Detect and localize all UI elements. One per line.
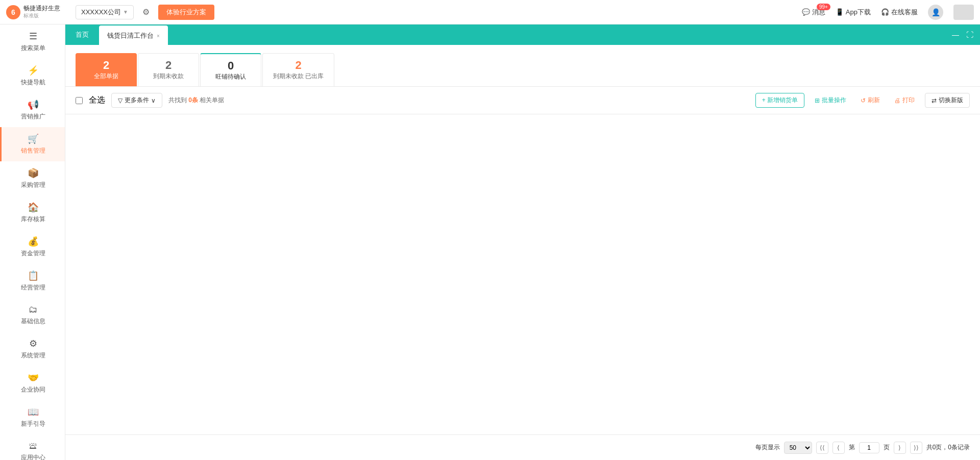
trial-button[interactable]: 体验行业方案: [158, 5, 214, 20]
sidebar-item-basic-info[interactable]: 🗂 基础信息: [0, 298, 65, 332]
batch-button[interactable]: ⊞ 批量操作: [811, 93, 850, 107]
batch-label: 批量操作: [822, 96, 846, 105]
tab-maximize-button[interactable]: ⛶: [964, 29, 976, 41]
sidebar-item-label: 新手引导: [21, 420, 45, 428]
stats-tab-all[interactable]: 2 全部单据: [76, 53, 137, 86]
company-selector[interactable]: XXXXXX公司 ▼: [76, 5, 134, 19]
tab-close-icon[interactable]: ×: [157, 33, 160, 39]
tab-home[interactable]: 首页: [65, 25, 99, 45]
app-download-button[interactable]: 📱 App下载: [836, 8, 871, 17]
sidebar-item-search-menu[interactable]: ☰ 搜索菜单: [0, 25, 65, 59]
tab-minimize-button[interactable]: —: [949, 29, 962, 41]
top-header: 6 畅捷通好生意 标准版 XXXXXX公司 ▼ ⚙ 体验行业方案 💬 消息 99…: [0, 0, 980, 25]
found-suffix: 相关单据: [200, 96, 224, 104]
sidebar-item-label: 快捷导航: [21, 78, 45, 87]
settings-button[interactable]: ⚙: [138, 4, 154, 20]
stats-pending-num: 0: [211, 59, 251, 72]
logo-icon: 6: [6, 5, 20, 19]
main-layout: ☰ 搜索菜单 ⚡ 快捷导航 📢 营销推广 🛒 销售管理 📦 采购管理 🏠 库存核…: [0, 25, 980, 460]
stats-shipped-label: 到期未收款 已出库: [273, 72, 324, 80]
sidebar-item-purchase[interactable]: 📦 采购管理: [0, 161, 65, 196]
sidebar: ☰ 搜索菜单 ⚡ 快捷导航 📢 营销推广 🛒 销售管理 📦 采购管理 🏠 库存核…: [0, 25, 65, 460]
page-size-select[interactable]: 50 10 20 100: [784, 442, 812, 454]
stats-tab-pending[interactable]: 0 旺铺待确认: [200, 53, 261, 86]
stats-all-label: 全部单据: [94, 72, 118, 80]
tab-bar: 首页 钱货日清工作台 × — ⛶: [65, 25, 980, 45]
enterprise-icon: 🤝: [28, 372, 39, 383]
stats-shipped-num: 2: [273, 59, 324, 72]
tab-actions: — ⛶: [949, 29, 980, 41]
sidebar-item-sales[interactable]: 🛒 销售管理: [0, 127, 65, 161]
found-text: 共找到 0条 相关单据: [168, 96, 224, 105]
sidebar-item-system[interactable]: ⚙ 系统管理: [0, 332, 65, 366]
sidebar-item-label: 基础信息: [21, 317, 45, 326]
purchase-icon: 📦: [28, 167, 39, 179]
batch-icon: ⊞: [815, 97, 820, 104]
search-menu-icon: ☰: [29, 31, 37, 42]
tab-label: 钱货日清工作台: [107, 31, 154, 40]
sidebar-item-label: 采购管理: [21, 181, 45, 189]
page-prev-button[interactable]: ⟨: [832, 442, 845, 454]
sidebar-item-label: 应用中心: [21, 453, 45, 460]
sidebar-item-inventory[interactable]: 🏠 库存核算: [0, 196, 65, 230]
page-next-button[interactable]: ⟩: [894, 442, 906, 454]
sidebar-item-finance[interactable]: 💰 资金管理: [0, 230, 65, 264]
message-button[interactable]: 💬 消息 99+: [802, 8, 825, 17]
new-sales-button[interactable]: + 新增销货单: [755, 93, 804, 108]
download-icon: 📱: [836, 8, 844, 16]
select-all-checkbox[interactable]: [76, 97, 83, 104]
sidebar-item-operations[interactable]: 📋 经营管理: [0, 264, 65, 298]
filter-chevron-icon: ∨: [151, 97, 156, 104]
tab-active[interactable]: 钱货日清工作台 ×: [99, 26, 168, 46]
content-area: 首页 钱货日清工作台 × — ⛶ 2 全部单据 2: [65, 25, 980, 460]
refresh-button[interactable]: ↺ 刷新: [856, 93, 884, 107]
stats-overdue-num: 2: [149, 59, 188, 72]
stats-overdue-label: 到期未收款: [153, 72, 184, 80]
sidebar-item-app-center[interactable]: 🛎 应用中心: [0, 434, 65, 460]
sidebar-item-label: 搜索菜单: [21, 44, 45, 53]
page-number-input[interactable]: [859, 442, 879, 453]
online-service-button[interactable]: 🎧 在线客服: [881, 8, 918, 17]
basic-info-icon: 🗂: [29, 304, 38, 315]
page-last-button[interactable]: ⟩⟩: [910, 442, 922, 454]
sales-icon: 🛒: [28, 133, 39, 144]
filter-label: 更多条件: [125, 96, 149, 105]
sidebar-item-label: 资金管理: [21, 249, 45, 258]
app-download-label: App下载: [846, 8, 871, 17]
guide-icon: 📖: [28, 406, 39, 418]
finance-icon: 💰: [28, 236, 39, 247]
stats-tabs: 2 全部单据 2 到期未收款 0 旺铺待确认 2 到期未收款 已出库: [76, 53, 970, 86]
message-badge: 99+: [817, 4, 830, 10]
app-center-icon: 🛎: [29, 441, 38, 451]
avatar[interactable]: 👤: [928, 5, 943, 20]
sidebar-item-label: 经营管理: [21, 283, 45, 292]
sidebar-item-marketing[interactable]: 📢 营销推广: [0, 93, 65, 127]
toolbar-right: + 新增销货单 ⊞ 批量操作 ↺ 刷新 🖨 打印 ⇄: [755, 93, 970, 108]
quick-nav-icon: ⚡: [28, 65, 39, 76]
stats-tab-overdue[interactable]: 2 到期未收款: [138, 53, 199, 86]
print-button[interactable]: 🖨 打印: [890, 93, 919, 107]
filter-icon: ▽: [118, 97, 122, 104]
sidebar-item-quick-nav[interactable]: ⚡ 快捷导航: [0, 59, 65, 93]
select-all-label: 全选: [89, 95, 105, 106]
toolbar-left: 全选 ▽ 更多条件 ∨ 共找到 0条 相关单据: [76, 93, 749, 108]
message-icon: 💬: [802, 8, 810, 16]
stats-tab-shipped[interactable]: 2 到期未收款 已出库: [262, 53, 334, 86]
service-icon: 🎧: [881, 8, 889, 16]
switch-version-button[interactable]: ⇄ 切换新版: [925, 93, 970, 108]
toolbar: 全选 ▽ 更多条件 ∨ 共找到 0条 相关单据 + 新增销货单 ⊞: [65, 87, 980, 114]
sidebar-item-enterprise[interactable]: 🤝 企业协同: [0, 366, 65, 400]
chevron-down-icon: ▼: [123, 9, 128, 15]
system-icon: ⚙: [29, 338, 37, 349]
page-first-button[interactable]: ⟨⟨: [816, 442, 828, 454]
refresh-label: 刷新: [868, 96, 880, 105]
user-menu[interactable]: [953, 5, 974, 20]
sidebar-item-label: 库存核算: [21, 215, 45, 224]
sidebar-item-guide[interactable]: 📖 新手引导: [0, 400, 65, 434]
pagination-bar: 每页显示 50 10 20 100 ⟨⟨ ⟨ 第 页 ⟩ ⟩⟩ 共0页，0条记录: [65, 434, 980, 460]
filter-button[interactable]: ▽ 更多条件 ∨: [111, 93, 162, 108]
logo-area: 6 畅捷通好生意 标准版: [6, 5, 71, 20]
sidebar-item-label: 企业协同: [21, 385, 45, 394]
company-name: XXXXXX公司: [81, 8, 121, 17]
refresh-icon: ↺: [861, 97, 866, 104]
